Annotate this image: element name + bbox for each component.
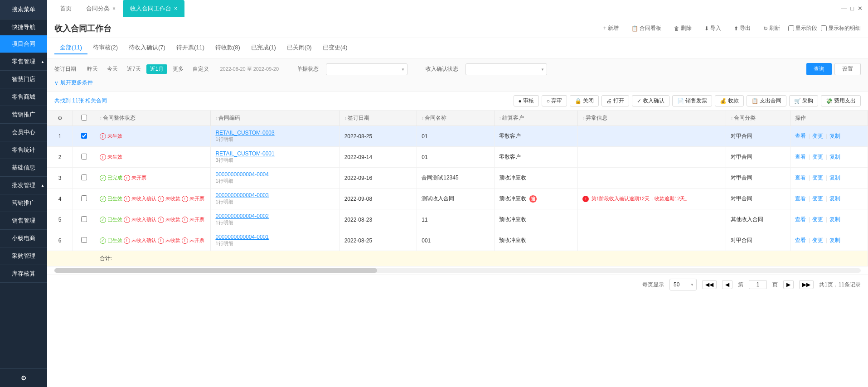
import-button[interactable]: ⬇ 导入 bbox=[700, 23, 726, 34]
copy-link-1[interactable]: 复制 bbox=[829, 133, 840, 139]
print-button[interactable]: 🖨 打开 bbox=[601, 95, 629, 106]
filter-tab-pending-invoice[interactable]: 待开票(11) bbox=[171, 42, 210, 54]
filter-tab-changed[interactable]: 已变更(4) bbox=[317, 42, 353, 54]
sidebar-item-wholesale[interactable]: 批发管理 bbox=[0, 177, 47, 194]
col-header-category[interactable]: 合同分类 bbox=[726, 111, 790, 126]
setting-button[interactable]: 设置 bbox=[834, 63, 861, 75]
sidebar-item-purchase[interactable]: 采购管理 bbox=[0, 247, 47, 265]
row-check-1[interactable] bbox=[73, 126, 95, 147]
sales-invoice-button[interactable]: 📄 销售发票 bbox=[672, 95, 712, 106]
edit-link-2[interactable]: 变更 bbox=[812, 154, 823, 160]
date-btn-7days[interactable]: 近7天 bbox=[123, 64, 145, 74]
query-button[interactable]: 查询 bbox=[806, 63, 832, 75]
sidebar-item-retail-mgmt[interactable]: 零售管理 bbox=[0, 53, 47, 71]
edit-link-5[interactable]: 变更 bbox=[812, 216, 823, 223]
next-page-btn[interactable]: ▶ bbox=[783, 280, 794, 289]
filter-tab-all[interactable]: 全部(11) bbox=[54, 42, 87, 54]
col-header-gear[interactable]: ⚙ bbox=[47, 111, 73, 126]
sidebar-item-retail-stats[interactable]: 零售统计 bbox=[0, 141, 47, 159]
sidebar-item-inventory[interactable]: 库存核算 bbox=[0, 265, 47, 283]
sidebar-item-mkt-promo[interactable]: 营销推广 bbox=[0, 194, 47, 212]
delete-button[interactable]: 🗑 删除 bbox=[669, 23, 696, 34]
filter-tab-pending-confirm[interactable]: 待收入确认(7) bbox=[123, 42, 171, 54]
sidebar-item-retail-mall[interactable]: 零售商城 bbox=[0, 88, 47, 106]
row-check-4[interactable] bbox=[73, 189, 95, 209]
filter-tab-completed[interactable]: 已完成(1) bbox=[246, 42, 281, 54]
view-link-1[interactable]: 查看 bbox=[795, 133, 806, 139]
sidebar-item-basic-info[interactable]: 基础信息 bbox=[0, 159, 47, 177]
col-header-code[interactable]: 合同编码 bbox=[211, 111, 339, 126]
col-header-name[interactable]: 合同名称 bbox=[417, 111, 495, 126]
export-button[interactable]: ⬆ 导出 bbox=[729, 23, 755, 34]
sidebar-item-xiaochu[interactable]: 小畅电商 bbox=[0, 230, 47, 247]
filter-tab-pending-payment[interactable]: 待收款(8) bbox=[210, 42, 246, 54]
col-header-customer[interactable]: 结算客户 bbox=[494, 111, 578, 126]
col-header-date[interactable]: 签订日期 bbox=[339, 111, 417, 126]
sidebar-item-member[interactable]: 会员中心 bbox=[0, 124, 47, 141]
prev-page-btn[interactable]: ◀ bbox=[722, 280, 732, 289]
copy-link-2[interactable]: 复制 bbox=[829, 154, 840, 160]
review-button[interactable]: ● 审核 bbox=[514, 95, 539, 106]
show-details-checkbox[interactable]: 显示标的明细 bbox=[821, 24, 861, 32]
maximize-btn[interactable]: □ bbox=[850, 5, 854, 12]
refresh-button[interactable]: ↻ 刷新 bbox=[759, 23, 785, 34]
income-confirm-select[interactable] bbox=[466, 63, 547, 75]
last-page-btn[interactable]: ▶▶ bbox=[799, 280, 814, 289]
contract-code-link-4[interactable]: 0000000000004-0003 bbox=[215, 192, 268, 198]
sidebar-item-sales-mgmt[interactable]: 销售管理 bbox=[0, 212, 47, 230]
edit-link-4[interactable]: 变更 bbox=[812, 195, 823, 202]
row-check-6[interactable] bbox=[73, 230, 95, 251]
payment-button[interactable]: 💰 收款 bbox=[715, 95, 744, 106]
sidebar-nav[interactable]: 快捷导航 bbox=[0, 19, 47, 35]
minimize-btn[interactable]: — bbox=[841, 5, 847, 12]
date-btn-more[interactable]: 更多 bbox=[169, 64, 187, 74]
filter-tab-closed[interactable]: 已关闭(0) bbox=[281, 42, 317, 54]
row-check-2[interactable] bbox=[73, 147, 95, 168]
sidebar-item-project[interactable]: 项目合同 bbox=[0, 35, 47, 53]
edit-link-3[interactable]: 变更 bbox=[812, 174, 823, 181]
row-check-5[interactable] bbox=[73, 209, 95, 230]
sidebar-search[interactable]: 搜索菜单 bbox=[0, 0, 47, 19]
income-confirm-button[interactable]: ✓ 收入确认 bbox=[632, 95, 669, 106]
sidebar-item-smart-store[interactable]: 智慧门店 bbox=[0, 71, 47, 88]
close-contract-button[interactable]: 🔒 关闭 bbox=[570, 95, 599, 106]
date-btn-1month[interactable]: 近1月 bbox=[146, 64, 168, 74]
view-link-2[interactable]: 查看 bbox=[795, 154, 806, 160]
contract-code-link-1[interactable]: RETAIL_CUSTOM-0003 bbox=[215, 130, 274, 136]
contract-code-link-3[interactable]: 0000000000004-0004 bbox=[215, 171, 268, 178]
view-link-5[interactable]: 查看 bbox=[795, 216, 806, 223]
page-size-select[interactable]: 50 bbox=[669, 279, 697, 290]
contract-board-button[interactable]: 📋 合同看板 bbox=[627, 23, 666, 34]
view-link-3[interactable]: 查看 bbox=[795, 174, 806, 181]
copy-link-6[interactable]: 复制 bbox=[829, 237, 840, 243]
tab-contract-type[interactable]: 合同分类 × bbox=[79, 0, 123, 17]
sidebar-item-marketing[interactable]: 营销推广 bbox=[0, 106, 47, 124]
doc-status-select[interactable] bbox=[326, 63, 407, 75]
scrollbar-thumb[interactable] bbox=[54, 268, 377, 273]
tab-contract-type-close[interactable]: × bbox=[112, 5, 116, 12]
date-btn-today[interactable]: 今天 bbox=[103, 64, 121, 74]
view-link-4[interactable]: 查看 bbox=[795, 195, 806, 202]
filter-tab-pending-review[interactable]: 待审核(2) bbox=[87, 42, 123, 54]
copy-link-4[interactable]: 复制 bbox=[829, 195, 840, 202]
contract-code-link-6[interactable]: 0000000000004-0001 bbox=[215, 234, 268, 240]
copy-link-5[interactable]: 复制 bbox=[829, 216, 840, 223]
close-btn[interactable]: ✕ bbox=[858, 5, 863, 12]
horizontal-scrollbar[interactable] bbox=[54, 268, 861, 273]
edit-link-6[interactable]: 变更 bbox=[812, 237, 823, 243]
contract-code-link-2[interactable]: RETAIL_CUSTOM-0001 bbox=[215, 150, 274, 157]
page-input[interactable] bbox=[749, 280, 767, 289]
view-link-6[interactable]: 查看 bbox=[795, 237, 806, 243]
sidebar-settings[interactable]: ⚙ bbox=[0, 368, 47, 387]
tab-income-workbench[interactable]: 收入合同工作台 × bbox=[123, 0, 184, 17]
col-header-status[interactable]: 合同整体状态 bbox=[95, 111, 211, 126]
row-check-3[interactable] bbox=[73, 168, 95, 189]
tab-home[interactable]: 首页 bbox=[53, 0, 79, 17]
edit-link-1[interactable]: 变更 bbox=[812, 133, 823, 139]
date-btn-yesterday[interactable]: 昨天 bbox=[83, 64, 102, 74]
tab-income-workbench-close[interactable]: × bbox=[174, 5, 177, 12]
expand-conditions-btn[interactable]: ∨ 展开更多条件 bbox=[54, 79, 93, 87]
first-page-btn[interactable]: ◀◀ bbox=[702, 280, 717, 289]
col-header-check[interactable] bbox=[73, 111, 95, 126]
contract-code-link-5[interactable]: 0000000000004-0002 bbox=[215, 213, 268, 219]
